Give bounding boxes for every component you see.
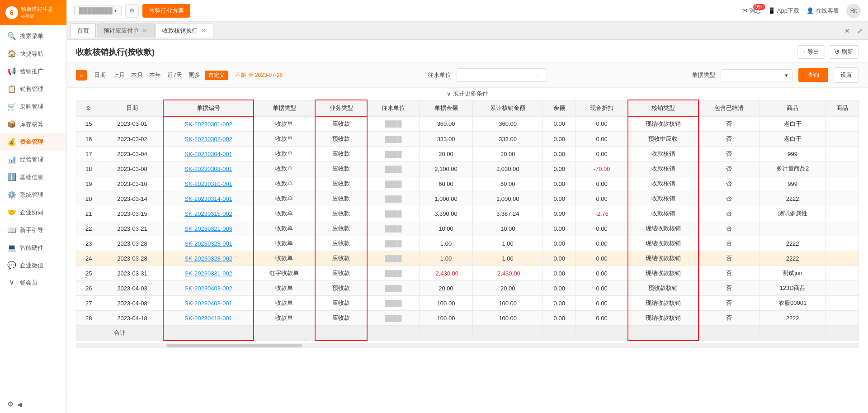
bill-no-link[interactable]: SK-20230331-002 — [184, 270, 232, 277]
cell-bill-no[interactable]: SK-20230321-003 — [163, 221, 253, 236]
scrollbar-thumb[interactable] — [166, 344, 302, 347]
sidebar-item-inventory[interactable]: 📦 库存核算 — [0, 115, 66, 133]
sidebar-item-marketing[interactable]: 📢 营销推广 — [0, 62, 66, 80]
cell-amount: 360.00 — [419, 116, 473, 132]
partner-select[interactable]: ··· — [457, 68, 547, 82]
bill-no-link[interactable]: SK-20230310-001 — [184, 180, 232, 187]
cell-biz-type: 应收款 — [315, 266, 368, 281]
bill-no-link[interactable]: SK-20230315-002 — [184, 210, 232, 217]
cell-bill-no[interactable]: SK-20230418-001 — [163, 311, 253, 326]
sidebar-item-search[interactable]: 🔍 搜索菜单 — [0, 27, 66, 45]
sidebar-item-label: 经营管理 — [20, 156, 43, 164]
filter-expand-button[interactable]: » — [76, 70, 87, 81]
cell-bill-no[interactable]: SK-20230328-002 — [163, 251, 253, 266]
messages-button[interactable]: ✉ 消息 99+ — [742, 7, 761, 15]
cell-included: 否 — [698, 311, 760, 326]
sidebar-item-label: 企业微信 — [20, 261, 43, 270]
sidebar-item-finance[interactable]: 💰 资金管理 — [0, 133, 66, 151]
cell-bill-no[interactable]: SK-20230304-001 — [163, 147, 253, 161]
bill-no-link[interactable]: SK-20230408-001 — [184, 300, 232, 307]
export-button[interactable]: ↑ 导出 — [797, 45, 826, 59]
cell-bill-no[interactable]: SK-20230315-002 — [163, 206, 253, 221]
filter-settings-button[interactable]: 设置 — [834, 67, 859, 83]
sidebar-item-sales[interactable]: 📋 销售管理 — [0, 80, 66, 98]
cell-bill-type: 收款单 — [254, 236, 315, 251]
tab-maximize[interactable]: ⤢ — [855, 25, 864, 36]
sidebar-item-shortcut[interactable]: 🏠 快捷导航 — [0, 45, 66, 62]
sidebar-item-hardware[interactable]: 💻 智能硬件 — [0, 239, 66, 256]
avatar-text: Rit — [850, 8, 857, 14]
date-btn-this-month[interactable]: 本月 — [129, 70, 145, 80]
expand-conditions-bar[interactable]: ∨ 展开更多条件 — [67, 88, 868, 100]
sidebar-item-enterprise[interactable]: 🤝 企业协同 — [0, 204, 66, 221]
cell-bill-no[interactable]: SK-20230331-002 — [163, 266, 253, 281]
sidebar-collapse-icon[interactable]: ◀ — [17, 401, 22, 408]
cell-bill-no[interactable]: SK-20230308-001 — [163, 161, 253, 176]
horizontal-scrollbar[interactable] — [76, 343, 859, 348]
bill-no-link[interactable]: SK-20230302-002 — [184, 136, 232, 142]
date-btn-last-month[interactable]: 上月 — [111, 70, 127, 80]
cell-date: 2023-03-02 — [101, 132, 164, 147]
bill-no-link[interactable]: SK-20230308-001 — [184, 166, 232, 172]
cell-bill-type: 收款单 — [254, 116, 315, 132]
tab-prepay[interactable]: 预计应应付单 ✕ — [97, 24, 155, 38]
tab-home[interactable]: 首页 — [71, 24, 96, 38]
th-amount: 单据金额 — [419, 100, 473, 116]
sidebar-item-label: 采购管理 — [20, 103, 43, 111]
sidebar-item-purchase[interactable]: 🛒 采购管理 — [0, 98, 66, 115]
sidebar-item-member[interactable]: V 畅会员 — [0, 274, 66, 291]
tab-prepay-close[interactable]: ✕ — [142, 28, 148, 34]
refresh-button[interactable]: ↺ 刷新 — [829, 45, 859, 59]
sales-icon: 📋 — [7, 85, 16, 93]
sidebar-item-label: 系统管理 — [20, 191, 43, 199]
app-download-button[interactable]: 📱 App下载 — [768, 7, 799, 15]
bill-no-link[interactable]: SK-20230304-001 — [184, 151, 232, 157]
tab-prepay-label: 预计应应付单 — [104, 27, 139, 35]
cell-included: 否 — [698, 296, 760, 311]
cell-bill-no[interactable]: SK-20230328-001 — [163, 236, 253, 251]
cell-acc-amount: 1,000.00 — [473, 191, 543, 206]
tab-close-all[interactable]: ✕ — [843, 25, 852, 36]
bill-no-link[interactable]: SK-20230328-001 — [184, 240, 232, 247]
bill-no-link[interactable]: SK-20230418-001 — [184, 315, 232, 322]
bill-no-link[interactable]: SK-20230328-002 — [184, 255, 232, 262]
sidebar-item-wechat[interactable]: 💬 企业微信 — [0, 256, 66, 274]
sidebar-item-system[interactable]: ⚙️ 系统管理 — [0, 186, 66, 204]
bill-no-link[interactable]: SK-20230403-002 — [184, 285, 232, 292]
tab-collection[interactable]: 收款核销执行 ✕ — [156, 24, 213, 38]
date-custom-btn[interactable]: 自定义 — [205, 71, 228, 80]
sidebar-settings-icon[interactable]: ⚙ — [7, 400, 14, 408]
cell-amount: 1.00 — [419, 251, 473, 266]
tab-collection-close[interactable]: ✕ — [200, 28, 207, 34]
bill-no-link[interactable]: SK-20230301-002 — [184, 121, 232, 128]
th-settings[interactable]: ⚙ — [76, 100, 101, 116]
table-row: 242023-03-28SK-20230328-002收款单应收款████1.0… — [76, 251, 859, 266]
query-button[interactable]: 查询 — [798, 68, 828, 82]
cell-bill-no[interactable]: SK-20230408-001 — [163, 296, 253, 311]
cell-included: 否 — [698, 147, 760, 161]
bill-type-select[interactable]: ▾ — [721, 69, 793, 81]
gear-button[interactable]: ⚙ — [125, 4, 139, 18]
company-selector[interactable]: ████████ ▾ — [74, 5, 122, 16]
sidebar-item-guide[interactable]: 📖 新手引导 — [0, 221, 66, 239]
online-service-button[interactable]: 👤 在线客服 — [807, 7, 839, 15]
cell-bill-no[interactable]: SK-20230314-001 — [163, 191, 253, 206]
industry-button[interactable]: 体验行业方案 — [142, 4, 190, 18]
sidebar-item-basic[interactable]: ℹ️ 基础信息 — [0, 168, 66, 186]
th-acc-amount: 累计核销金额 — [473, 100, 543, 116]
cell-cancel-type: 现结收款核销 — [628, 221, 698, 236]
bill-no-link[interactable]: SK-20230314-001 — [184, 195, 232, 202]
cell-bill-no[interactable]: SK-20230302-002 — [163, 132, 253, 147]
cell-bill-no[interactable]: SK-20230301-002 — [163, 116, 253, 132]
cell-acc-amount: -2,430.00 — [473, 266, 543, 281]
bill-no-link[interactable]: SK-20230321-003 — [184, 225, 232, 232]
date-btn-7days[interactable]: 近7天 — [165, 70, 184, 80]
cell-bill-no[interactable]: SK-20230310-001 — [163, 176, 253, 191]
user-avatar[interactable]: Rit — [846, 4, 861, 18]
sidebar-item-operation[interactable]: 📊 经营管理 — [0, 151, 66, 168]
total-partner — [367, 326, 419, 341]
date-btn-this-year[interactable]: 本年 — [147, 70, 163, 80]
date-btn-more[interactable]: 更多 — [187, 70, 202, 80]
cell-bill-no[interactable]: SK-20230403-002 — [163, 281, 253, 296]
cell-date: 2023-03-15 — [101, 206, 164, 221]
